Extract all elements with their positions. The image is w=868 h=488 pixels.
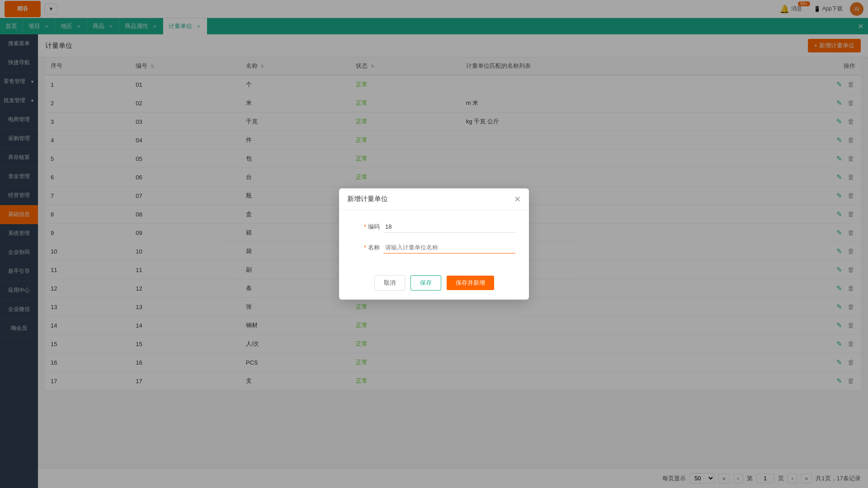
save-and-new-button[interactable]: 保存并新增 bbox=[447, 276, 494, 290]
form-row-name: *名称 bbox=[353, 242, 515, 253]
modal-overlay[interactable]: 新增计量单位 ✕ *编码 *名称 取消 保存 保存并新增 bbox=[0, 0, 868, 488]
name-label: *名称 bbox=[353, 244, 380, 252]
add-unit-modal: 新增计量单位 ✕ *编码 *名称 取消 保存 保存并新增 bbox=[339, 188, 529, 300]
form-row-code: *编码 bbox=[353, 221, 515, 233]
modal-header: 新增计量单位 ✕ bbox=[339, 188, 529, 210]
save-button[interactable]: 保存 bbox=[410, 275, 441, 291]
cancel-button[interactable]: 取消 bbox=[374, 275, 405, 291]
modal-title: 新增计量单位 bbox=[347, 195, 388, 203]
modal-close-btn[interactable]: ✕ bbox=[514, 195, 521, 203]
name-input[interactable] bbox=[383, 242, 515, 253]
modal-footer: 取消 保存 保存并新增 bbox=[339, 270, 529, 300]
code-input[interactable] bbox=[383, 221, 515, 233]
code-label: *编码 bbox=[353, 223, 380, 231]
modal-body: *编码 *名称 bbox=[339, 210, 529, 270]
